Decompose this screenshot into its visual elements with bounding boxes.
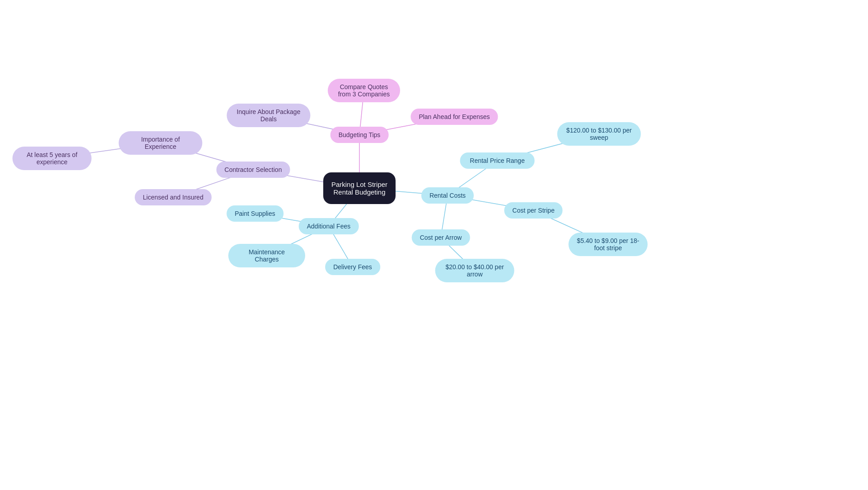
node-paint-supplies: Paint Supplies <box>226 205 283 222</box>
node-contractor-selection: Contractor Selection <box>217 162 290 178</box>
node-delivery-fees: Delivery Fees <box>325 259 380 275</box>
node-plan-ahead: Plan Ahead for Expenses <box>410 109 498 125</box>
node-rental-costs: Rental Costs <box>421 187 474 204</box>
node-budgeting-tips: Budgeting Tips <box>330 127 389 143</box>
node-importance-experience: Importance of Experience <box>119 131 203 155</box>
node-cost-per-stripe: Cost per Stripe <box>504 202 562 219</box>
node-cost-per-arrow: Cost per Arrow <box>412 229 470 246</box>
node-maintenance-charges: Maintenance Charges <box>228 244 305 267</box>
node-price-per-stripe: $5.40 to $9.00 per 18-foot stripe <box>569 233 648 256</box>
node-additional-fees: Additional Fees <box>299 218 359 234</box>
node-price-per-arrow: $20.00 to $40.00 per arrow <box>435 259 514 282</box>
node-licensed-insured: Licensed and Insured <box>135 189 212 205</box>
node-inquire-package: Inquire About Package Deals <box>227 104 311 127</box>
node-atleast-5-years: At least 5 years of experience <box>13 147 92 170</box>
node-compare-quotes: Compare Quotes from 3 Companies <box>328 79 400 102</box>
mindmap-container: Parking Lot Striper Rental BudgetingBudg… <box>0 0 868 490</box>
node-rental-price-range: Rental Price Range <box>460 152 535 169</box>
node-price-per-sweep: $120.00 to $130.00 per sweep <box>557 122 641 146</box>
center-node: Parking Lot Striper Rental Budgeting <box>323 172 396 204</box>
